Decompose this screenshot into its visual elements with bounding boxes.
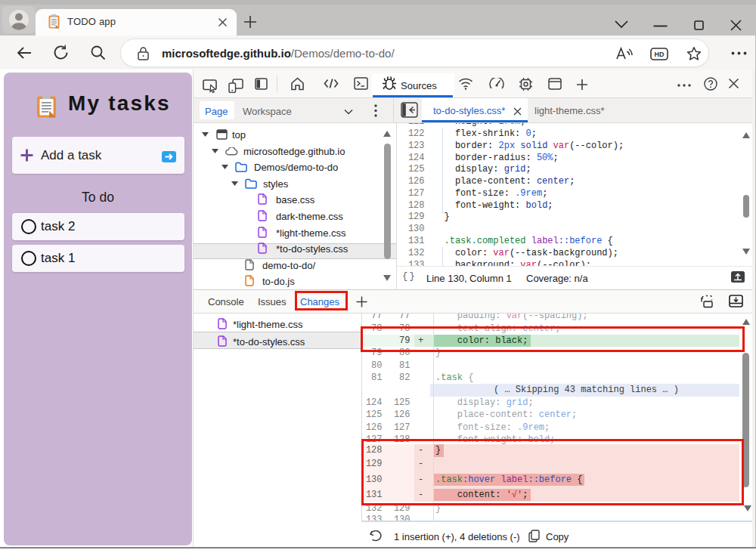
- svg-text:HD: HD: [655, 51, 665, 58]
